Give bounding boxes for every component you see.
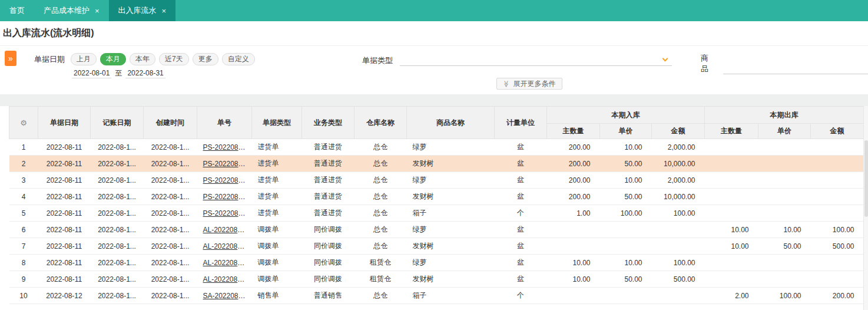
cell-in-price: 10.00 — [600, 255, 652, 271]
quick-date-last-7-days[interactable]: 近7天 — [159, 53, 189, 65]
col-header-biz-type[interactable]: 业务类型 — [302, 107, 355, 139]
cell-doc-date: 2022-08-11 — [38, 238, 91, 255]
cell-biz-type: 普通进货 — [302, 139, 355, 156]
col-header-doc-date[interactable]: 单据日期 — [38, 107, 91, 139]
cell-out-qty — [705, 271, 758, 288]
col-header-create-time[interactable]: 创建时间 — [144, 107, 197, 139]
col-header-warehouse[interactable]: 仓库名称 — [355, 107, 407, 139]
scrollbar-thumb[interactable] — [864, 140, 868, 217]
sidebar-expander-button[interactable]: » — [5, 51, 16, 66]
cell-out-price — [758, 271, 811, 288]
table-body: 12022-08-112022-08-1...2022-08-1...PS-20… — [9, 139, 864, 304]
product-input[interactable] — [723, 61, 868, 74]
cell-biz-type: 同价调拨 — [302, 222, 355, 238]
cell-doc-no: PS-20220811-0... — [197, 139, 252, 156]
double-arrow-right-icon: » — [8, 54, 13, 63]
cell-out-qty: 10.00 — [705, 222, 758, 238]
cell-doc-no: PS-20220811-0... — [197, 172, 252, 189]
col-header-out-price[interactable]: 单价 — [758, 124, 811, 139]
col-header-in-qty[interactable]: 主数量 — [547, 124, 600, 139]
cell-doc-no: PS-20220811-0... — [197, 189, 252, 205]
cell-unit: 盆 — [495, 172, 547, 189]
quick-date-more[interactable]: 更多 — [193, 53, 218, 65]
cell-in-amount: 100.00 — [652, 255, 705, 271]
tab-home[interactable]: 首页 — [0, 0, 34, 21]
cell-doc-date: 2022-08-11 — [38, 156, 91, 172]
col-header-in-amount[interactable]: 金额 — [652, 124, 705, 139]
table-row[interactable]: 52022-08-112022-08-1...2022-08-1...PS-20… — [9, 205, 864, 222]
cell-out-price — [758, 156, 811, 172]
doc-no-link[interactable]: AL-20220811-0... — [203, 275, 252, 283]
doc-no-link[interactable]: PS-20220811-0... — [203, 193, 252, 201]
date-to-input[interactable]: 2022-08-31 — [125, 69, 165, 78]
col-header-account-date[interactable]: 记账日期 — [91, 107, 144, 139]
doc-no-link[interactable]: AL-20220811-0... — [203, 226, 252, 234]
cell-in-amount — [652, 238, 705, 255]
col-header-in-price[interactable]: 单价 — [600, 124, 652, 139]
quick-date-this-month[interactable]: 本月 — [100, 53, 126, 65]
cell-out-qty: 2.00 — [705, 288, 758, 304]
doc-no-link[interactable]: PS-20220811-0... — [203, 160, 252, 168]
cell-out-amount: 100.00 — [811, 222, 864, 238]
vertical-scrollbar[interactable] — [863, 106, 868, 310]
cell-biz-type: 普通进货 — [302, 205, 355, 222]
cell-in-amount: 2,000.00 — [652, 139, 705, 156]
expand-more-button[interactable]: ≫ 展开更多条件 — [496, 78, 562, 90]
col-header-doc-type[interactable]: 单据类型 — [252, 107, 302, 139]
cell-warehouse: 总仓 — [355, 156, 407, 172]
topbar: 首页 产品成本维护 × 出入库流水 × — [0, 0, 868, 21]
tab-product-cost-label: 产品成本维护 — [44, 5, 90, 16]
close-icon[interactable]: × — [95, 7, 100, 15]
cell-unit: 盆 — [495, 189, 547, 205]
cell-row-index: 7 — [9, 238, 38, 255]
table-row[interactable]: 32022-08-112022-08-1...2022-08-1...PS-20… — [9, 172, 864, 189]
table-row[interactable]: 102022-08-122022-08-1...2022-08-1...SA-2… — [9, 288, 864, 304]
col-header-out-qty[interactable]: 主数量 — [705, 124, 758, 139]
doc-no-link[interactable]: PS-20220811-0... — [203, 209, 252, 217]
close-icon[interactable]: × — [162, 7, 167, 15]
doc-no-link[interactable]: SA-20220812-0... — [203, 292, 252, 300]
cell-out-price: 100.00 — [758, 288, 811, 304]
cell-create-time: 2022-08-1... — [144, 156, 197, 172]
quick-date-this-year[interactable]: 本年 — [130, 53, 155, 65]
table-row[interactable]: 22022-08-112022-08-1...2022-08-1...PS-20… — [9, 156, 864, 172]
table-row[interactable]: 72022-08-112022-08-1...2022-08-1...AL-20… — [9, 238, 864, 255]
cell-out-qty: 10.00 — [705, 238, 758, 255]
doc-no-link[interactable]: AL-20220811-0... — [203, 242, 252, 250]
table-row[interactable]: 82022-08-112022-08-1...2022-08-1...AL-20… — [9, 255, 864, 271]
cell-doc-type: 销售单 — [252, 288, 302, 304]
cell-biz-type: 同价调拨 — [302, 271, 355, 288]
cell-biz-type: 普通进货 — [302, 172, 355, 189]
quick-date-last-month[interactable]: 上月 — [71, 53, 97, 65]
table-row[interactable]: 92022-08-112022-08-1...2022-08-1...AL-20… — [9, 271, 864, 288]
cell-in-amount: 500.00 — [652, 271, 705, 288]
doc-no-link[interactable]: PS-20220811-0... — [203, 143, 252, 151]
col-header-product[interactable]: 商品名称 — [407, 107, 495, 139]
cell-in-qty — [547, 222, 600, 238]
col-header-unit[interactable]: 计量单位 — [495, 107, 547, 139]
doc-type-select[interactable] — [400, 53, 672, 66]
double-chevron-down-icon: ≫ — [502, 80, 510, 87]
cell-in-qty — [547, 238, 600, 255]
table-row[interactable]: 62022-08-112022-08-1...2022-08-1...AL-20… — [9, 222, 864, 238]
date-from-input[interactable]: 2022-08-01 — [72, 69, 111, 78]
quick-date-custom[interactable]: 自定义 — [222, 53, 255, 65]
doc-no-link[interactable]: PS-20220811-0... — [203, 176, 252, 184]
cell-create-time: 2022-08-1... — [144, 139, 197, 156]
cell-out-qty — [705, 139, 758, 156]
doc-no-link[interactable]: AL-20220811-0... — [203, 259, 252, 267]
cell-product: 绿萝 — [407, 139, 495, 156]
table-row[interactable]: 12022-08-112022-08-1...2022-08-1...PS-20… — [9, 139, 864, 156]
panel-divider — [0, 94, 868, 106]
tab-product-cost[interactable]: 产品成本维护 × — [34, 0, 109, 21]
col-header-doc-no[interactable]: 单号 — [197, 107, 252, 139]
gear-icon[interactable]: ⚙ — [20, 118, 27, 127]
table-row[interactable]: 42022-08-112022-08-1...2022-08-1...PS-20… — [9, 189, 864, 205]
cell-doc-type: 进货单 — [252, 189, 302, 205]
cell-out-price: 10.00 — [758, 222, 811, 238]
cell-warehouse: 总仓 — [355, 238, 407, 255]
tab-inout-flow[interactable]: 出入库流水 × — [109, 0, 176, 21]
col-header-out-amount[interactable]: 金额 — [811, 124, 864, 139]
cell-doc-no: AL-20220811-0... — [197, 255, 252, 271]
cell-product: 箱子 — [407, 288, 495, 304]
